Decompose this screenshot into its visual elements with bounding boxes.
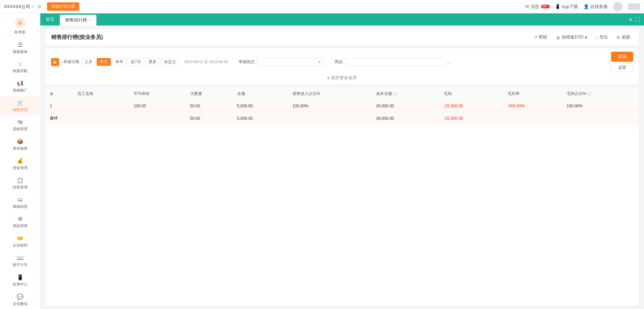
th-grossProfit: 毛利 <box>440 88 504 100</box>
filter-collapse-btn[interactable]: ▶ <box>51 58 59 66</box>
tab-maximize-icon[interactable]: ⛶ <box>635 17 640 22</box>
tab-close-icon[interactable]: × <box>89 18 91 22</box>
date-btn-自定义[interactable]: 自定义 <box>161 58 179 66</box>
sidebar-item-system[interactable]: ⚙ 系统管理 <box>0 212 40 232</box>
status-label: 单据状态 <box>239 59 255 65</box>
filter-row: ▶ 单据日期 上月本月本年近7天更多自定义 2023-06-01 至 2023-… <box>51 52 633 72</box>
sidebar-label-wechat: 企业微信 <box>13 301 28 306</box>
user-name-placeholder[interactable] <box>628 3 640 10</box>
footer-gross-profit: -25,000.00 <box>440 112 504 125</box>
avatar[interactable] <box>613 2 622 11</box>
footer-gross-pct <box>563 112 639 125</box>
main-layout: 畅 标准版 ☰ 搜索菜单 ⌂ 快捷导航 📢 营销推广 🛒 销售管理 🛍 采购管理… <box>0 13 644 309</box>
td-grossMargin: -500.00% <box>504 100 563 112</box>
export-button[interactable]: ↓ 导出 <box>593 33 611 42</box>
filter-area: ▶ 单据日期 上月本月本年近7天更多自定义 2023-06-01 至 2023-… <box>46 48 639 84</box>
page-title: 销售排行榜(按业务员) <box>51 34 103 41</box>
chevron-down-icon: ▾ <box>32 5 33 8</box>
content-area: 首页 销售排行榜 × ✕ ⛶ 销售排行榜(按业务员) ? 帮助 <box>40 13 644 309</box>
td-costAmount: 30,000.00 <box>372 100 439 112</box>
shortcut-icon: ⌂ <box>18 61 22 67</box>
filter-collapse-icon: ▶ <box>54 60 57 64</box>
status-select[interactable]: ▾ <box>257 58 324 66</box>
gross-pct-hint-icon[interactable]: ⓘ <box>588 92 591 96</box>
trial-button[interactable]: 体验行业方案 <box>47 2 79 11</box>
sidebar-label-basic: 基础信息 <box>13 204 28 209</box>
sidebar-item-sales[interactable]: 🛒 销售管理 <box>0 96 40 116</box>
print-button[interactable]: 🖨 按模板打印 ▾ <box>553 33 590 42</box>
company-selector[interactable]: XXXXXX公司 ▾ <box>4 4 33 10</box>
page-header: 销售排行榜(按业务员) ? 帮助 🖨 按模板打印 ▾ ↓ 导出 <box>46 30 639 45</box>
goods-more-icon[interactable]: ... <box>447 60 451 64</box>
td-avgPrice: 100.00 <box>130 100 186 112</box>
search-icon: ☰ <box>18 42 23 48</box>
company-name: XXXXXX公司 <box>4 4 30 10</box>
date-filter: 单据日期 上月本月本年近7天更多自定义 <box>63 58 179 66</box>
footer-qty: 50.00 <box>186 112 233 125</box>
date-btn-本年[interactable]: 本年 <box>112 58 126 66</box>
sidebar-item-marketing[interactable]: 📢 营销推广 <box>0 77 40 96</box>
expand-conditions-button[interactable]: ▾ 展开更多条件 <box>327 75 357 81</box>
tab-close-window-icon[interactable]: ✕ <box>629 17 633 22</box>
sidebar-item-operations[interactable]: 📋 经营管理 <box>0 174 40 193</box>
sidebar-label-sales: 销售管理 <box>13 107 28 112</box>
date-btn-上月[interactable]: 上月 <box>81 58 95 66</box>
goods-input[interactable] <box>345 58 445 66</box>
help-button[interactable]: ? 帮助 <box>532 33 550 42</box>
th-name: 员工名称 <box>73 88 130 100</box>
tab-home[interactable]: 首页 <box>40 13 60 25</box>
sidebar-item-purchase[interactable]: 🛍 采购管理 <box>0 116 40 135</box>
cost-hint-icon[interactable]: ⓘ <box>393 92 397 96</box>
chevron-down-icon: ▾ <box>327 75 330 81</box>
th-qty: 主数量 <box>186 88 233 100</box>
tab-actions: ✕ ⛶ <box>629 17 644 22</box>
th-avgPrice: 平均单价 <box>130 88 186 100</box>
sidebar-label-guide: 新手引导 <box>13 262 28 267</box>
sidebar-item-wechat[interactable]: 💬 企业微信 <box>0 290 40 309</box>
sidebar-item-finance[interactable]: 💰 资金管理 <box>0 154 40 174</box>
expand-label: 展开更多条件 <box>331 75 357 81</box>
footer-sales-pct <box>289 112 372 125</box>
th-grossPct: 毛利占比% ⓘ <box>563 88 639 100</box>
tab-home-label: 首页 <box>46 16 54 22</box>
data-table: ⚙员工名称平均单价主数量全额销售收入占比%成本全额 ⓘ毛利毛利率毛利占比% ⓘ … <box>46 88 639 125</box>
sidebar-item-guide[interactable]: 📖 新手引导 <box>0 251 40 271</box>
settings-icon[interactable]: ⚙ <box>37 4 42 9</box>
footer-gross-margin <box>504 112 563 125</box>
help-label: 帮助 <box>539 34 547 40</box>
expand-row: ▾ 展开更多条件 <box>51 75 633 81</box>
service-icon: 👤 <box>584 4 589 9</box>
date-btn-本月[interactable]: 本月 <box>97 58 111 66</box>
sidebar-item-shortcut[interactable]: ⌂ 快捷导航 <box>0 58 40 77</box>
date-label: 单据日期 <box>63 59 79 65</box>
sidebar-item-inventory[interactable]: 📦 库存核算 <box>0 135 40 154</box>
marketing-icon: 📢 <box>17 80 24 87</box>
date-btn-近7天[interactable]: 近7天 <box>128 58 144 66</box>
table-header: ⚙员工名称平均单价主数量全额销售收入占比%成本全额 ⓘ毛利毛利率毛利占比% ⓘ <box>46 88 639 100</box>
logo-icon: 畅 <box>14 17 26 29</box>
online-service-btn[interactable]: 👤 在线客服 <box>584 4 608 10</box>
refresh-button[interactable]: ↻ 刷新 <box>614 33 633 42</box>
svg-text:畅: 畅 <box>18 21 22 25</box>
top-bar: XXXXXX公司 ▾ ⚙ 体验行业方案 ✉ 消息 99+ 📱 App下载 👤 在… <box>0 0 644 13</box>
td-grossPct: 100.00% <box>563 100 639 112</box>
sidebar-label-search: 搜索菜单 <box>13 49 28 54</box>
sidebar-item-enterprise[interactable]: 🤝 企业协同 <box>0 232 40 251</box>
sidebar-item-search[interactable]: ☰ 搜索菜单 <box>0 38 40 58</box>
inventory-icon: 📦 <box>17 138 24 145</box>
sidebar-label-enterprise: 企业协同 <box>13 243 28 248</box>
message-badge: 99+ <box>541 5 550 8</box>
th-salesPct: 销售收入占比% <box>289 88 372 100</box>
sidebar-label-system: 系统管理 <box>13 223 28 228</box>
tab-sales-ranking[interactable]: 销售排行榜 × <box>60 15 96 25</box>
query-button[interactable]: 查询 <box>611 52 633 62</box>
column-settings-button[interactable]: 设置 <box>611 63 633 72</box>
app-download-btn[interactable]: 📱 App下载 <box>555 4 578 10</box>
td-name <box>73 100 130 112</box>
message-btn[interactable]: ✉ 消息 99+ <box>525 4 550 10</box>
date-btn-更多[interactable]: 更多 <box>145 58 160 66</box>
help-icon: ? <box>534 35 537 40</box>
sidebar-item-apps[interactable]: 📱 应用中心 <box>0 271 40 290</box>
tab-bar: 首页 销售排行榜 × ✕ ⛶ <box>40 13 644 25</box>
sidebar-item-basic[interactable]: 🗂 基础信息 <box>0 193 40 212</box>
